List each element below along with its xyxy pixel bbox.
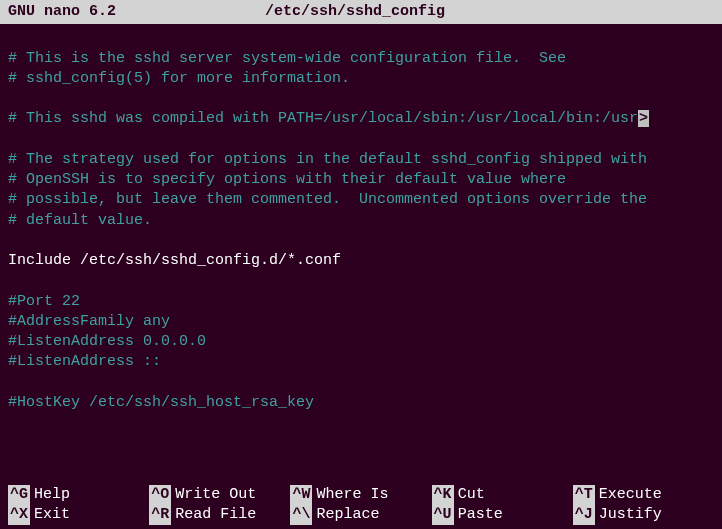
shortcut-key: ^R [149, 505, 171, 525]
shortcut-label: Exit [34, 505, 70, 525]
shortcut-item[interactable]: ^KCut [432, 485, 573, 505]
editor-line[interactable]: # default value. [8, 211, 714, 231]
shortcut-item[interactable]: ^XExit [8, 505, 149, 525]
editor-line[interactable]: Include /etc/ssh/sshd_config.d/*.conf [8, 251, 714, 271]
shortcut-label: Write Out [175, 485, 256, 505]
editor-line[interactable] [8, 89, 714, 109]
shortcut-key: ^G [8, 485, 30, 505]
editor-line[interactable] [8, 130, 714, 150]
shortcut-label: Paste [458, 505, 503, 525]
shortcut-key: ^X [8, 505, 30, 525]
shortcut-row-1: ^GHelp^OWrite Out^WWhere Is^KCut^TExecut… [8, 485, 714, 505]
shortcut-label: Execute [599, 485, 662, 505]
editor-line[interactable]: #ListenAddress 0.0.0.0 [8, 332, 714, 352]
shortcut-key: ^\ [290, 505, 312, 525]
shortcut-item[interactable]: ^RRead File [149, 505, 290, 525]
shortcut-key: ^K [432, 485, 454, 505]
editor-line[interactable]: #HostKey /etc/ssh/ssh_host_rsa_key [8, 393, 714, 413]
file-name: /etc/ssh/sshd_config [116, 2, 714, 22]
shortcut-item[interactable]: ^TExecute [573, 485, 714, 505]
shortcut-item[interactable]: ^OWrite Out [149, 485, 290, 505]
shortcut-label: Replace [316, 505, 379, 525]
editor-line[interactable]: #ListenAddress :: [8, 352, 714, 372]
editor-line[interactable]: #Port 22 [8, 292, 714, 312]
editor-line[interactable] [8, 231, 714, 251]
shortcut-item[interactable]: ^WWhere Is [290, 485, 431, 505]
shortcut-item[interactable]: ^UPaste [432, 505, 573, 525]
title-bar: GNU nano 6.2 /etc/ssh/sshd_config [0, 0, 722, 24]
editor-line[interactable]: # possible, but leave them commented. Un… [8, 190, 714, 210]
shortcut-key: ^U [432, 505, 454, 525]
editor-line[interactable]: # This sshd was compiled with PATH=/usr/… [8, 109, 714, 129]
editor-line[interactable]: # OpenSSH is to specify options with the… [8, 170, 714, 190]
shortcuts-bar: ^GHelp^OWrite Out^WWhere Is^KCut^TExecut… [8, 485, 714, 526]
shortcut-label: Justify [599, 505, 662, 525]
editor-line[interactable]: #AddressFamily any [8, 312, 714, 332]
editor-area[interactable]: # This is the sshd server system-wide co… [0, 24, 722, 413]
shortcut-key: ^W [290, 485, 312, 505]
comment-text: # This sshd was compiled with PATH=/usr/… [8, 110, 638, 127]
shortcut-key: ^O [149, 485, 171, 505]
shortcut-row-2: ^XExit^RRead File^\Replace^UPaste^JJusti… [8, 505, 714, 525]
shortcut-label: Help [34, 485, 70, 505]
shortcut-label: Where Is [316, 485, 388, 505]
shortcut-label: Read File [175, 505, 256, 525]
shortcut-item[interactable]: ^JJustify [573, 505, 714, 525]
editor-line[interactable]: # The strategy used for options in the d… [8, 150, 714, 170]
editor-line[interactable] [8, 28, 714, 48]
shortcut-key: ^J [573, 505, 595, 525]
line-continuation-indicator: > [638, 110, 649, 127]
editor-line[interactable]: # This is the sshd server system-wide co… [8, 49, 714, 69]
shortcut-label: Cut [458, 485, 485, 505]
editor-line[interactable]: # sshd_config(5) for more information. [8, 69, 714, 89]
shortcut-key: ^T [573, 485, 595, 505]
editor-line[interactable] [8, 373, 714, 393]
editor-line[interactable] [8, 271, 714, 291]
shortcut-item[interactable]: ^GHelp [8, 485, 149, 505]
app-name: GNU nano 6.2 [8, 2, 116, 22]
shortcut-item[interactable]: ^\Replace [290, 505, 431, 525]
